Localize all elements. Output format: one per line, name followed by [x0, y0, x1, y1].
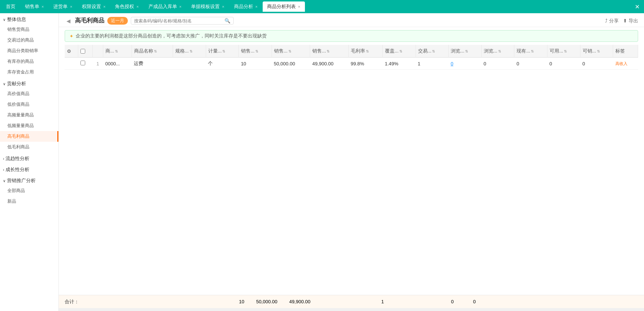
sidebar-item-low-freq[interactable]: 低频量量商品: [0, 120, 58, 131]
content-area: ◀ 高毛利商品 近一月 🔍 ⤴ 分享 ⬆ 导出 ✦ 企业的主要的利润都是这部: [59, 13, 644, 311]
sort-icon-available: ⇅: [564, 49, 567, 53]
footer-cell-7: 10: [224, 299, 247, 304]
col-header-coverage[interactable]: 覆盖...⇅: [382, 45, 415, 58]
sort-icon-margin_rate: ⇅: [366, 49, 369, 53]
cell-sellable: 0: [580, 58, 613, 70]
col-header-name[interactable]: 商品名称⇅: [132, 45, 173, 58]
sidebar: ∨整体信息销售货商品交易过的商品商品分类助销率有库存的商品库存资金占用∨贡献分析…: [0, 13, 59, 311]
sidebar-item-stocked-goods[interactable]: 有库存的商品: [0, 56, 58, 67]
info-icon: ✦: [69, 33, 73, 39]
sidebar-item-score-rate[interactable]: 商品分类助销率: [0, 46, 58, 56]
sidebar-group-trend-analysis[interactable]: ›流趋性分析: [0, 152, 58, 163]
sidebar-item-high-value[interactable]: 高价值商品: [0, 88, 58, 99]
share-button[interactable]: ⤴ 分享: [605, 18, 619, 24]
sidebar-group-growth-analysis[interactable]: ›成长性分析: [0, 163, 58, 174]
nav-tab-purchase[interactable]: 进货单×: [49, 1, 76, 12]
sort-icon-sellable: ⇅: [597, 49, 600, 53]
row-checkbox[interactable]: [80, 61, 85, 65]
footer-cell-14: [408, 299, 430, 304]
filter-recent-month-button[interactable]: 近一月: [107, 17, 128, 25]
col-header-sellable[interactable]: 可销...⇅: [580, 45, 613, 58]
nav-tab-product-in[interactable]: 产成品入库单×: [144, 1, 186, 12]
select-all-checkbox[interactable]: [80, 49, 85, 54]
footer-cell-12: 1: [364, 299, 386, 304]
col-header-current_stock[interactable]: 现有...⇅: [514, 45, 547, 58]
nav-tab-analysis[interactable]: 商品分析×: [230, 1, 262, 12]
sidebar-item-stock-capital[interactable]: 库存资金占用: [0, 67, 58, 77]
tab-close-product-in[interactable]: ×: [179, 4, 181, 9]
tab-close-analysis-list[interactable]: ×: [298, 4, 300, 9]
top-navigation: 首页销售单×进货单×权限设置×角色授权×产成品入库单×单据模板设置×商品分析×商…: [0, 0, 644, 13]
cell-spec: [173, 58, 206, 70]
cell-margin_rate: 99.8%: [349, 58, 383, 70]
footer-cell-15: 0: [430, 299, 456, 304]
col-header-unit[interactable]: 计量...⇅: [206, 45, 239, 58]
horizontal-scrollbar[interactable]: [59, 308, 644, 311]
sort-icon-trade: ⇅: [432, 49, 435, 53]
sidebar-item-high-margin[interactable]: 高毛利商品: [0, 131, 58, 142]
tab-close-permission[interactable]: ×: [103, 4, 105, 9]
footer-cell-5: [177, 299, 202, 304]
footer-cell-6: [202, 299, 224, 304]
col-header-sales_amount[interactable]: 销售...⇅: [271, 45, 310, 58]
browse-link[interactable]: 0: [451, 61, 453, 66]
tab-close-sales[interactable]: ×: [42, 4, 44, 9]
tab-close-purchase[interactable]: ×: [70, 4, 72, 9]
sort-icon-sales_cost: ⇅: [327, 49, 330, 53]
tab-close-analysis[interactable]: ×: [255, 4, 258, 9]
sidebar-item-new-goods[interactable]: 新品: [0, 196, 58, 207]
footer-cell-11: [338, 299, 364, 304]
data-table: ⚙商...⇅商品名称⇅规格...⇅计量...⇅销售...⇅销售...⇅销售...…: [65, 45, 638, 70]
main-layout: ∨整体信息销售货商品交易过的商品商品分类助销率有库存的商品库存资金占用∨贡献分析…: [0, 13, 644, 311]
col-header-trade[interactable]: 交易...⇅: [415, 45, 449, 58]
footer-cell-4: [133, 299, 177, 304]
window-close-button[interactable]: ✕: [632, 3, 643, 10]
sidebar-item-low-margin[interactable]: 低毛利商品: [0, 142, 58, 152]
nav-tab-sales[interactable]: 销售单×: [21, 1, 48, 12]
group-arrow-growth-analysis: ›: [3, 168, 4, 172]
group-arrow-trend-analysis: ›: [3, 157, 4, 161]
sort-icon-unit: ⇅: [222, 49, 225, 53]
sidebar-collapse-button[interactable]: ◀: [65, 17, 72, 25]
footer-cell-17: [478, 299, 500, 304]
nav-tab-template[interactable]: 单据模板设置×: [187, 1, 229, 12]
col-header-browse1[interactable]: 浏览...⇅: [449, 45, 482, 58]
sidebar-group-treasure-analysis[interactable]: ∨贡献分析: [0, 77, 58, 88]
sort-icon-coverage: ⇅: [399, 49, 402, 53]
footer-cell-1: [91, 299, 100, 304]
col-header-available[interactable]: 可用...⇅: [547, 45, 580, 58]
settings-icon[interactable]: ⚙: [67, 48, 71, 54]
cell-sales_qty: 10: [239, 58, 272, 70]
col-header-margin_rate[interactable]: 毛利率⇅: [349, 45, 383, 58]
header-actions: ⤴ 分享 ⬆ 导出: [605, 18, 638, 24]
sidebar-item-traded-goods[interactable]: 交易过的商品: [0, 35, 58, 46]
nav-tab-permission[interactable]: 权限设置×: [78, 1, 110, 12]
export-button[interactable]: ⬆ 导出: [623, 18, 638, 24]
footer-cell-13: [386, 299, 408, 304]
col-header-tag: 标签: [613, 45, 638, 58]
col-header-code[interactable]: 商...⇅: [103, 45, 132, 58]
nav-tab-role[interactable]: 角色授权×: [111, 1, 143, 12]
group-arrow-overall: ∨: [3, 18, 6, 22]
sidebar-item-all-goods[interactable]: 全部商品: [0, 185, 58, 196]
sidebar-item-high-freq[interactable]: 高频量量商品: [0, 110, 58, 120]
nav-tab-home[interactable]: 首页: [1, 1, 20, 12]
footer-cell-16: 0: [456, 299, 478, 304]
nav-tab-analysis-list[interactable]: 商品分析列表×: [263, 1, 305, 12]
sidebar-group-overall[interactable]: ∨整体信息: [0, 13, 58, 24]
footer-cell-2: [100, 299, 111, 304]
search-input[interactable]: [134, 18, 223, 23]
sidebar-group-marketing-analysis[interactable]: ∨营销推广分析: [0, 174, 58, 185]
sidebar-item-low-value[interactable]: 低价值商品: [0, 99, 58, 110]
table-container[interactable]: ⚙商...⇅商品名称⇅规格...⇅计量...⇅销售...⇅销售...⇅销售...…: [65, 45, 638, 295]
col-header-spec[interactable]: 规格...⇅: [173, 45, 206, 58]
sidebar-item-sales-goods[interactable]: 销售货商品: [0, 24, 58, 35]
col-header-sales_qty[interactable]: 销售...⇅: [239, 45, 272, 58]
cell-code: 0000...: [103, 58, 132, 70]
col-header-checkbox: [78, 45, 93, 58]
cell-row_num: 1: [93, 58, 103, 70]
tab-close-role[interactable]: ×: [136, 4, 138, 9]
col-header-browse2[interactable]: 浏览...⇅: [481, 45, 514, 58]
col-header-sales_cost[interactable]: 销售...⇅: [310, 45, 349, 58]
tab-close-template[interactable]: ×: [222, 4, 224, 9]
